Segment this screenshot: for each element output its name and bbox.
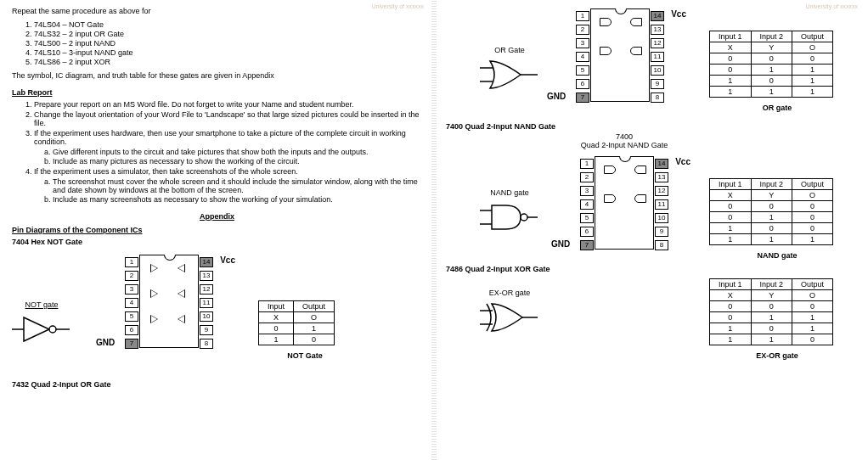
report-item-text: If the experiment uses a simulator, then…: [34, 167, 298, 176]
td: 1: [710, 223, 752, 234]
gnd-label: GND: [547, 92, 566, 101]
ic-7432-chip: 1 2 3 4 5 6 7 14 13 12 11 10 9 8 Vcc GND: [590, 8, 650, 102]
chip-inner-icon: [595, 13, 645, 98]
not-gate-icon: [12, 311, 71, 348]
vcc-label: Vcc: [671, 9, 686, 19]
td: O: [792, 42, 833, 53]
chip-pin: 5: [125, 311, 138, 322]
svg-point-9: [521, 214, 527, 221]
svg-marker-1: [24, 317, 49, 341]
td: 0: [792, 223, 833, 234]
td: 0: [751, 76, 792, 87]
td: 0: [259, 323, 294, 334]
chip-pin: 11: [655, 199, 668, 210]
td: 1: [751, 312, 792, 323]
gate-list-item: 74LS32 – 2 input OR Gate: [34, 30, 422, 38]
nand-table-caption: NAND gate: [709, 251, 845, 260]
appendix-sentence: The symbol, IC diagram, and truth table …: [12, 71, 422, 80]
td: 1: [792, 76, 833, 87]
report-subitem: Include as many pictures as necessary to…: [53, 157, 422, 165]
td: 1: [710, 234, 752, 245]
lab-report-list: Prepare your report on an MS Word file. …: [34, 100, 422, 204]
ic-7404-title: 7404 Hex NOT Gate: [12, 238, 422, 246]
td: 1: [792, 323, 833, 334]
ic-7400-title: 7400 Quad 2-Input NAND Gate: [446, 122, 856, 131]
chip-pin: 9: [651, 79, 664, 89]
report-subitem: Include as many screenshots as necessary…: [53, 195, 422, 204]
td: O: [792, 290, 833, 301]
report-item-text: If the experiment uses hardware, then us…: [34, 129, 406, 146]
th: Input 1: [710, 279, 752, 290]
chip-pin: 12: [200, 284, 213, 295]
nand-gate-symbol-wrap: NAND gate: [480, 188, 539, 238]
chip-pin: 8: [651, 93, 664, 103]
th: Input: [259, 301, 294, 312]
td: 1: [792, 312, 833, 323]
ic-7400-chip: 1 2 3 4 5 6 7 14 13 12 11 10 9 8 Vcc GND: [595, 156, 654, 250]
chip-pin: 4: [580, 199, 594, 210]
td: 0: [792, 301, 833, 312]
td: 1: [710, 334, 752, 345]
xor-table-caption: EX-OR gate: [709, 351, 845, 360]
th: Output: [294, 301, 335, 312]
pin-diagrams-heading: Pin Diagrams of the Component ICs: [12, 226, 422, 234]
chip-pin: 6: [125, 325, 138, 335]
not-gate-label: NOT gate: [12, 300, 71, 309]
chip-pin: 11: [200, 298, 213, 308]
gate-list-item: 74LS10 – 3-input NAND gate: [34, 48, 422, 57]
td: 1: [792, 87, 833, 98]
chip-pin: 8: [200, 339, 213, 349]
chip-pin: 10: [651, 65, 664, 76]
td: 0: [792, 212, 833, 223]
chip-pin: 3: [576, 38, 589, 48]
chip-pin: 11: [651, 52, 664, 62]
th: Output: [792, 179, 833, 190]
td: 1: [710, 76, 752, 87]
chip-pin: 9: [655, 227, 668, 237]
td: 1: [751, 212, 792, 223]
th: Input 2: [751, 179, 792, 190]
vcc-label: Vcc: [220, 255, 235, 265]
chip-pin: 7: [125, 339, 138, 349]
td: 1: [792, 234, 833, 245]
or-table-caption: OR gate: [709, 104, 845, 112]
page-right: University of xxxxxx OR Gate 1 2 3 4 5: [434, 0, 868, 460]
xor-gate-icon: [480, 299, 539, 336]
intro-text: Repeat the same procedure as above for: [12, 7, 422, 15]
td: X: [710, 190, 752, 201]
chip-pin: 12: [655, 186, 668, 196]
td: 0: [751, 223, 792, 234]
nand-diagram-block: 7400 Quad 2-Input NAND Gate NAND gate 1 …: [446, 134, 856, 261]
th: Input 2: [751, 31, 792, 42]
chip-pin: 7: [576, 93, 589, 103]
td: 0: [710, 65, 752, 76]
chip-pin: 12: [651, 38, 664, 48]
report-item: If the experiment uses a simulator, then…: [34, 167, 422, 204]
gnd-label: GND: [96, 338, 115, 347]
xor-diagram-block: EX-OR gate Input 1Input 2Output XYO 000 …: [446, 277, 856, 387]
td: 0: [792, 201, 833, 212]
td: Y: [751, 290, 792, 301]
report-subitem: The screenshot must cover the whole scre…: [53, 177, 422, 194]
or-gate-icon: [480, 56, 539, 93]
td: 1: [751, 334, 792, 345]
report-item: If the experiment uses hardware, then us…: [34, 129, 422, 165]
or-truth-table: Input 1Input 2Output XYO 000 011 101 111: [709, 31, 833, 98]
chip-pin: 1: [576, 11, 589, 21]
chip-pin: 9: [200, 325, 213, 335]
page-left: University of xxxxxx Repeat the same pro…: [0, 0, 434, 460]
td: 0: [710, 201, 752, 212]
chip-pin: 7: [580, 240, 594, 250]
watermark: University of xxxxxx: [372, 3, 424, 9]
chip-pin: 1: [125, 257, 138, 267]
report-item: Prepare your report on an MS Word file. …: [34, 100, 422, 109]
appendix-heading: Appendix: [12, 212, 422, 221]
th: Input 2: [751, 279, 792, 290]
td: 0: [710, 312, 752, 323]
td: 1: [751, 234, 792, 245]
chip-pin: 13: [655, 172, 668, 182]
td: 0: [792, 53, 833, 65]
td: O: [792, 190, 833, 201]
nand-gate-label: NAND gate: [480, 188, 539, 197]
chip-pin: 3: [580, 186, 594, 196]
